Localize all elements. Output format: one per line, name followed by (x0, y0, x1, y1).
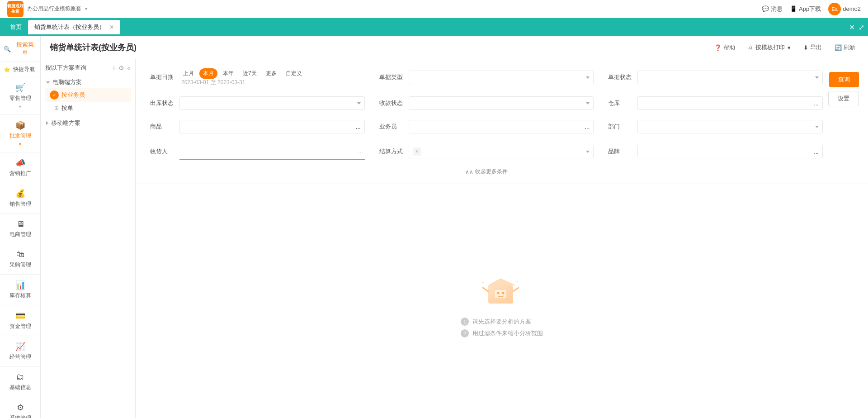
app-dropdown-arrow[interactable]: ▾ (85, 6, 87, 11)
tab-bar: 首页 销货单统计表（按业务员） ✕ ✕ ⤢ (0, 18, 868, 36)
type-chevron-icon (586, 76, 590, 79)
main-content: ✦ ✦ · 1 请先选择要分析的方案 2 用过滤条件来缩小分析范围 (136, 184, 868, 418)
sidebar-item-inventory[interactable]: 📊 库存核算 (0, 275, 40, 305)
type-select[interactable] (409, 71, 594, 84)
inventory-icon: 📊 (15, 280, 25, 290)
sidebar-item-retail[interactable]: 🛒 零售管理 ▾ (0, 77, 40, 115)
dept-select[interactable] (637, 120, 823, 133)
sidebar-item-ops[interactable]: 📈 经营管理 (0, 336, 40, 367)
svg-line-4 (483, 288, 488, 291)
content-area: 销货单统计表(按业务员) ❓ 帮助 🖨 按模板打印 ▾ ⬇ 导出 🔄 刷新 (41, 36, 868, 418)
sidebar-search[interactable]: 🔍 搜索菜单 (0, 36, 40, 62)
brand-select[interactable]: ... (637, 145, 823, 158)
scheme-group-mobile-header[interactable]: 移动端方案 (45, 117, 131, 129)
scheme-group-desktop-header[interactable]: 电脑端方案 (45, 76, 131, 88)
date-tab-last7[interactable]: 近7天 (239, 68, 260, 79)
settlement-tag-remove[interactable]: × (415, 148, 419, 155)
app-name: 办公用品行业模拟账套 (27, 5, 81, 13)
status-select[interactable] (637, 71, 823, 84)
refresh-btn[interactable]: 🔄 刷新 (831, 42, 859, 53)
help-btn[interactable]: ❓ 帮助 (711, 42, 739, 53)
filter-recvstatus-cell: 收款状态 (374, 94, 599, 113)
receiver-input[interactable] (181, 144, 358, 158)
status-select-input[interactable] (637, 71, 823, 84)
recvstatus-label: 收款状态 (379, 99, 409, 107)
date-tab-last-month[interactable]: 上月 (179, 68, 198, 79)
date-tab-this-month[interactable]: 本月 (199, 68, 217, 79)
brand-dots-icon: ... (814, 148, 819, 155)
recvstatus-select[interactable] (409, 96, 594, 110)
setting-scheme-icon[interactable]: ⚙ (118, 64, 124, 71)
download-icon: 📱 (790, 5, 797, 12)
date-label: 单据日期 (150, 73, 179, 81)
outstatus-chevron-icon (357, 102, 361, 104)
collapse-bar: ∧∧ 收起更多条件 (145, 166, 828, 177)
print-icon: 🖨 (748, 44, 754, 51)
goods-select[interactable]: ... (179, 120, 365, 133)
scheme-group-desktop: 电脑端方案 ✓ 按业务员 ⊞ 按单 (45, 76, 131, 114)
sidebar-item-sales[interactable]: 💰 销售管理 (0, 183, 40, 214)
export-btn[interactable]: ⬇ 导出 (800, 42, 826, 53)
sidebar-item-basic[interactable]: 🗂 基础信息 (0, 367, 40, 397)
filter-receiver-cell: 收货人 ... (145, 141, 370, 162)
retail-arrow: ▾ (19, 104, 21, 109)
add-scheme-icon[interactable]: + (112, 64, 116, 71)
filter-salesperson-cell: 业务员 ... (374, 117, 599, 136)
sidebar-item-sys[interactable]: ⚙ 系统管理 (0, 397, 40, 418)
type-select-input[interactable] (409, 71, 594, 84)
status-chevron-icon (815, 76, 819, 79)
tab-expand-icon[interactable]: ⤢ (859, 23, 864, 32)
reset-button[interactable]: 设置 (828, 91, 859, 106)
tab-close-all-icon[interactable]: ✕ (849, 23, 855, 32)
collapse-more-btn[interactable]: ∧∧ 收起更多条件 (460, 166, 513, 177)
left-panel-header: 按以下方案查询 + ⚙ « (45, 64, 131, 72)
date-tab-more[interactable]: 更多 (262, 68, 280, 79)
date-tab-this-year[interactable]: 本年 (219, 68, 237, 79)
salesperson-label: 业务员 (379, 123, 409, 131)
print-btn[interactable]: 🖨 按模板打印 ▾ (744, 42, 794, 53)
sidebar-shortcut[interactable]: ⭐ 快捷导航 (0, 62, 40, 77)
sidebar-item-finance[interactable]: 💳 资金管理 (0, 305, 40, 336)
outstatus-select[interactable] (179, 96, 365, 110)
warehouse-label: 仓库 (608, 99, 637, 107)
empty-state: ✦ ✦ · 1 请先选择要分析的方案 2 用过滤条件来缩小分析范围 (461, 265, 543, 337)
svg-text:·: · (485, 297, 485, 299)
type-label: 单据类型 (379, 73, 409, 81)
settlement-tag: × (413, 147, 421, 156)
app-download-btn[interactable]: 📱 App下载 (790, 5, 821, 13)
tab-sales-stat[interactable]: 销货单统计表（按业务员） ✕ (28, 20, 120, 34)
user-avatar-btn[interactable]: Ea demo2 (828, 3, 861, 15)
warehouse-select[interactable]: ... (637, 96, 823, 110)
tab-close-icon[interactable]: ✕ (109, 24, 114, 30)
sidebar-item-purchase[interactable]: 🛍 采购管理 (0, 244, 40, 275)
print-dropdown-icon[interactable]: ▾ (788, 44, 791, 51)
settlement-select[interactable]: × (409, 145, 594, 158)
receiver-dots-icon[interactable]: ... (358, 148, 363, 155)
svg-point-3 (502, 292, 505, 294)
date-tab-custom[interactable]: 自定义 (282, 68, 306, 79)
scheme-item-bill[interactable]: ⊞ 按单 (45, 102, 131, 114)
filter-date-cell: 单据日期 上月 本月 本年 近7天 更多 自定义 (145, 66, 370, 89)
filter-area: 单据日期 上月 本月 本年 近7天 更多 自定义 (136, 59, 868, 184)
tab-home[interactable]: 首页 (4, 20, 28, 34)
filter-goods-cell: 商品 ... (145, 117, 370, 136)
scheme-item-salesperson[interactable]: ✓ 按业务员 (45, 88, 131, 102)
empty-illustration: ✦ ✦ · (479, 265, 524, 310)
retail-icon: 🛒 (15, 83, 25, 93)
page-actions: ❓ 帮助 🖨 按模板打印 ▾ ⬇ 导出 🔄 刷新 (711, 42, 859, 53)
top-bar-right: 💬 消息 📱 App下载 Ea demo2 (762, 3, 861, 15)
sidebar-item-ecom[interactable]: 🖥 电商管理 (0, 214, 40, 244)
message-btn[interactable]: 💬 消息 (762, 5, 783, 13)
warehouse-dots-icon: ... (814, 100, 819, 107)
brand-label: 品牌 (608, 147, 637, 156)
ops-icon: 📈 (15, 342, 25, 352)
sidebar-item-marketing[interactable]: 📣 营销推广 (0, 152, 40, 183)
filter-outstatus-cell: 出库状态 (145, 94, 370, 113)
query-button[interactable]: 查询 (829, 72, 859, 87)
svg-line-5 (513, 288, 519, 291)
salesperson-select[interactable]: ... (409, 120, 594, 133)
sidebar-item-wholesale[interactable]: 📦 批发管理 ▾ (0, 115, 40, 152)
export-icon: ⬇ (803, 44, 808, 51)
collapse-panel-icon[interactable]: « (127, 64, 131, 71)
date-tabs: 上月 本月 本年 近7天 更多 自定义 (179, 68, 365, 79)
